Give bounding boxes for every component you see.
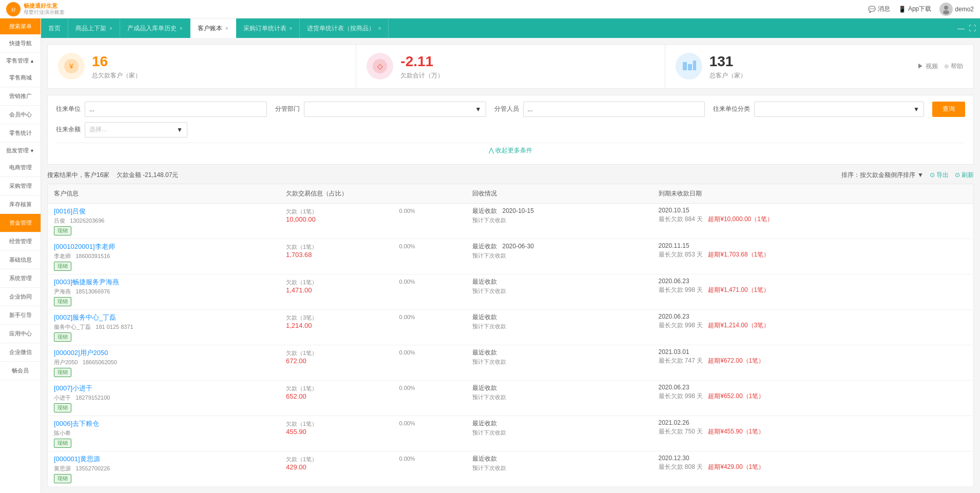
next-collection-0: 预计下次收款: [472, 216, 646, 224]
avatar: [939, 3, 953, 16]
overdue-info-2: 最长欠款 998 天 超期¥1,471.00（1笔）: [659, 286, 968, 294]
cell-debt-info-5: 欠款（1笔） 652.00: [280, 380, 393, 416]
balance-select[interactable]: 选择... ▼: [85, 122, 187, 137]
tab-purchase-stats[interactable]: 采购订单统计表 ×: [236, 18, 300, 38]
overdue-info-1: 最长欠款 853 天 超期¥1,703.68（1笔）: [659, 250, 968, 259]
customer-name-6[interactable]: [0006]去下粮仓: [54, 419, 274, 428]
sidebar-item-finance[interactable]: 资金管理: [0, 214, 41, 232]
debt-amount-3[interactable]: 1,214.00: [286, 322, 387, 329]
collapse-bar[interactable]: ⋀ 收起更多条件: [56, 143, 965, 158]
debt-count-1: 欠款（1笔）: [286, 243, 387, 251]
user-menu[interactable]: demo2: [939, 3, 974, 16]
customer-name-7[interactable]: [000001]黄思源: [54, 455, 274, 464]
debt-ratio-2: 0.00%: [399, 279, 460, 285]
cell-debt-info-4: 欠款（1笔） 672.00: [280, 345, 393, 380]
view-btn[interactable]: ▶ 视频: [917, 62, 937, 71]
overdue-link-6[interactable]: 超期¥455.90（1笔）: [708, 428, 764, 435]
sidebar-item-marketing[interactable]: 营销推广: [0, 87, 41, 106]
app-download-btn[interactable]: 📱 App下载: [898, 5, 931, 13]
tab-customer-account[interactable]: 客户账本 ×: [190, 18, 236, 38]
cell-customer-5: [0007]小进干 小进干 18279152100 现销: [48, 380, 280, 416]
latest-info-7: 最近收款: [472, 455, 646, 463]
close-icon[interactable]: ×: [290, 26, 293, 31]
export-btn[interactable]: ⊙ 导出: [930, 171, 949, 180]
source-unit-input[interactable]: ...: [85, 102, 267, 117]
refresh-btn[interactable]: ⊙ 刷新: [955, 171, 974, 180]
debt-amount-0[interactable]: 10,000.00: [286, 215, 387, 223]
sidebar-item-quick-nav[interactable]: 快捷导航: [0, 34, 41, 53]
debt-amount-4[interactable]: 672.00: [286, 357, 387, 365]
customer-name-4[interactable]: [000002]用户2050: [54, 348, 274, 358]
overdue-link-2[interactable]: 超期¥1,471.00（1笔）: [708, 286, 770, 293]
overdue-link-3[interactable]: 超期¥1,214.00（3笔）: [708, 322, 770, 329]
overdue-link-5[interactable]: 超期¥652.00（1笔）: [708, 392, 764, 400]
overdue-link-1[interactable]: 超期¥1,703.68（1笔）: [708, 251, 770, 258]
debt-amount-7[interactable]: 429.00: [286, 463, 387, 471]
close-icon[interactable]: ×: [180, 26, 183, 31]
message-icon: 💬: [868, 6, 876, 13]
category-select[interactable]: ▼: [754, 102, 924, 117]
customer-name-3[interactable]: [0002]服务中心_丁磊: [54, 313, 274, 322]
tab-home[interactable]: 首页: [41, 18, 68, 38]
search-menu-btn[interactable]: 搜索菜单: [0, 18, 41, 34]
customer-name-2[interactable]: [0003]畅捷服务尹海燕: [54, 278, 274, 287]
sidebar-item-guide[interactable]: 新手引导: [0, 306, 41, 325]
sidebar-item-retail-store[interactable]: 零售商城: [0, 69, 41, 87]
help-icon: ⊙: [944, 63, 951, 70]
sidebar-item-purchase[interactable]: 采购管理: [0, 177, 41, 195]
sidebar-item-inventory[interactable]: 库存核算: [0, 195, 41, 214]
table-row: [0001020001]李老师 李老师 18600391516 现销 欠款（1笔…: [48, 239, 974, 274]
debt-amount-5[interactable]: 652.00: [286, 392, 387, 400]
overdue-link-7[interactable]: 超期¥429.00（1笔）: [708, 463, 764, 470]
sidebar-item-enterprise[interactable]: 企业协同: [0, 288, 41, 306]
customer-name-0[interactable]: [0016]吕俊: [54, 207, 274, 216]
search-button[interactable]: 查询: [932, 102, 965, 117]
cell-debt-ratio-4: 0.00%: [393, 345, 466, 380]
close-icon[interactable]: ×: [225, 26, 228, 31]
filter-manager: 分管人员 ...: [494, 102, 705, 117]
close-icon[interactable]: ×: [109, 26, 112, 31]
customer-name-1[interactable]: [0001020001]李老师: [54, 242, 274, 251]
next-collection-7: 预计下次收款: [472, 464, 646, 472]
sidebar-item-retail-stats[interactable]: 零售统计: [0, 124, 41, 143]
sidebar-item-membership[interactable]: 畅会员: [0, 362, 41, 380]
debt-amount-1[interactable]: 1,703.68: [286, 251, 387, 259]
customer-tag-0: 现销: [54, 226, 71, 235]
tab-finished-goods[interactable]: 产成品入库单历史 ×: [120, 18, 190, 38]
table-row: [000002]用户2050 用户2050 18665062050 现销 欠款（…: [48, 345, 974, 380]
sidebar-item-wholesale-mgmt[interactable]: 批发管理 ▼: [0, 143, 41, 159]
export-icon: ⊙: [930, 171, 935, 179]
download-icon: 📱: [898, 6, 906, 13]
customer-tag-3: 现销: [54, 332, 71, 342]
cell-collection-5: 最近收款 预计下次收款: [466, 380, 652, 416]
sort-select[interactable]: 排序：按欠款金额倒序排序 ▼: [841, 171, 924, 180]
next-collection-5: 预计下次收款: [472, 393, 646, 401]
sidebar-item-basic-info[interactable]: 基础信息: [0, 251, 41, 269]
tab-products[interactable]: 商品上下架 ×: [68, 18, 120, 38]
help-btn[interactable]: ⊙ 帮助: [944, 62, 963, 71]
customer-name-5[interactable]: [0007]小进干: [54, 384, 274, 393]
sidebar-item-wechat[interactable]: 企业微信: [0, 343, 41, 362]
close-icon[interactable]: ×: [378, 26, 381, 31]
latest-info-3: 最近收款: [472, 313, 646, 322]
overdue-link-0[interactable]: 超期¥10,000.00（1笔）: [708, 215, 773, 223]
sidebar-item-retail-mgmt[interactable]: 零售管理 ▲: [0, 53, 41, 69]
maximize-icon[interactable]: ⛶: [969, 24, 976, 32]
next-collection-4: 预计下次收款: [472, 358, 646, 366]
overdue-link-4[interactable]: 超期¥672.00（1笔）: [708, 357, 764, 364]
collapse-icon: ⋀: [489, 147, 495, 154]
dept-select[interactable]: ▼: [304, 102, 486, 117]
sidebar-item-system[interactable]: 系统管理: [0, 269, 41, 288]
sidebar-item-operation[interactable]: 经营管理: [0, 232, 41, 251]
minimize-icon[interactable]: —: [957, 24, 965, 32]
manager-dots: ...: [528, 106, 533, 113]
debt-amount-6[interactable]: 455.90: [286, 428, 387, 436]
sidebar-item-member[interactable]: 会员中心: [0, 106, 41, 124]
message-btn[interactable]: 💬 消息: [868, 5, 890, 13]
sidebar-item-ecommerce[interactable]: 电商管理: [0, 159, 41, 177]
debt-amount-2[interactable]: 1,471.00: [286, 286, 387, 294]
sidebar-item-app-center[interactable]: 应用中心: [0, 325, 41, 343]
tab-inbound-stats[interactable]: 进货单统计表（按商品） ×: [300, 18, 389, 38]
overdue-info-6: 最长欠款 750 天 超期¥455.90（1笔）: [659, 427, 968, 436]
manager-input[interactable]: ...: [523, 102, 705, 117]
